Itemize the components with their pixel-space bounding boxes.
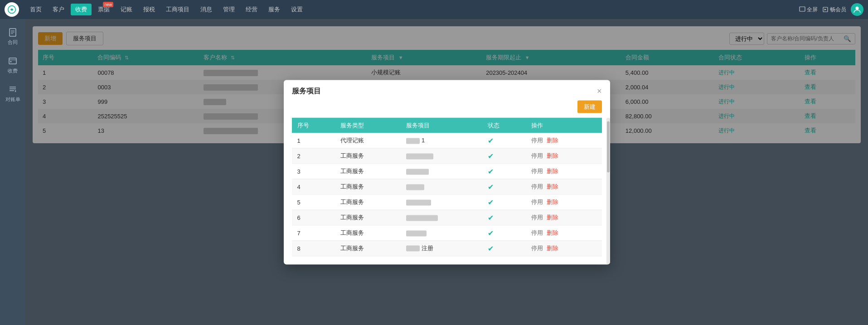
main-content: 新增 服务项目 进行中 已完成 已终止 🔍: [25, 19, 868, 325]
disable-button[interactable]: 停用: [531, 136, 543, 145]
modal-row-status: ✔: [482, 241, 526, 256]
main-layout: 合同 收费 对账单: [0, 19, 868, 325]
modal-row-actions: 停用 删除: [526, 225, 602, 241]
modal-row-item: [401, 179, 482, 194]
disable-button[interactable]: 停用: [531, 167, 543, 175]
modal-row-no: 7: [292, 225, 335, 241]
modal-row-status: ✔: [482, 179, 526, 194]
disable-button[interactable]: 停用: [531, 244, 543, 252]
svg-point-6: [10, 61, 12, 63]
nav-item-invoice[interactable]: 票据 new: [93, 4, 114, 15]
svg-point-3: [856, 7, 859, 10]
nav-item-business[interactable]: 工商项目: [161, 4, 194, 15]
fullscreen-button[interactable]: 全屏: [799, 6, 818, 14]
modal-row-status: ✔: [482, 133, 526, 148]
modal-row-no: 6: [292, 210, 335, 225]
new-badge: new: [103, 2, 113, 7]
nav-item-fee[interactable]: 收费: [71, 4, 92, 15]
sidebar: 合同 收费 对账单: [0, 19, 25, 325]
modal-row-item: 注册: [401, 241, 482, 256]
modal-table-row: 3 工商服务 ✔ 停用 删除: [292, 164, 602, 179]
modal-row-item: [401, 225, 482, 241]
disable-button[interactable]: 停用: [531, 183, 543, 191]
modal-table-row: 1 代理记账 1 ✔ 停用 删除: [292, 133, 602, 148]
delete-button[interactable]: 删除: [547, 152, 558, 160]
disable-button[interactable]: 停用: [531, 213, 543, 222]
nav-item-tax[interactable]: 报税: [139, 4, 160, 15]
modal-title: 服务项目: [292, 86, 321, 96]
modal-row-actions: 停用 删除: [526, 241, 602, 256]
modal-row-no: 1: [292, 133, 335, 148]
sidebar-item-contract[interactable]: 合同: [1, 24, 24, 49]
modal-col-action: 操作: [526, 117, 602, 133]
svg-rect-1: [800, 7, 805, 11]
modal-table-row: 7 工商服务 ✔ 停用 删除: [292, 225, 602, 241]
modal-row-item: [401, 210, 482, 225]
nav-item-ledger[interactable]: 记账: [116, 4, 137, 15]
modal-row-actions: 停用 删除: [526, 194, 602, 210]
user-avatar[interactable]: [851, 3, 863, 16]
nav-right: 全屏 畅会员: [799, 3, 863, 16]
modal-table-row: 2 工商服务 ✔ 停用 删除: [292, 148, 602, 164]
fee-icon: [8, 56, 18, 66]
nav-item-home[interactable]: 首页: [25, 4, 46, 15]
modal-row-status: ✔: [482, 210, 526, 225]
delete-button[interactable]: 删除: [547, 183, 558, 191]
scrollbar-track: [606, 117, 610, 264]
reconcile-icon: [8, 84, 18, 94]
modal-new-button[interactable]: 新建: [577, 100, 602, 113]
svg-rect-5: [9, 58, 16, 64]
delete-button[interactable]: 删除: [547, 244, 558, 252]
delete-button[interactable]: 删除: [547, 198, 558, 206]
app-logo: [5, 2, 19, 17]
modal-row-type: 工商服务: [335, 210, 401, 225]
modal-col-no: 序号: [292, 117, 335, 133]
modal-toolbar: 新建: [284, 100, 610, 117]
modal-col-type: 服务类型: [335, 117, 401, 133]
modal-row-no: 4: [292, 179, 335, 194]
delete-button[interactable]: 删除: [547, 136, 558, 145]
modal-row-type: 工商服务: [335, 148, 401, 164]
disable-button[interactable]: 停用: [531, 152, 543, 160]
modal-row-item: [401, 148, 482, 164]
sidebar-item-reconcile[interactable]: 对账单: [1, 81, 24, 107]
modal-row-actions: 停用 删除: [526, 210, 602, 225]
disable-button[interactable]: 停用: [531, 198, 543, 206]
modal-table-row: 5 工商服务 ✔ 停用 删除: [292, 194, 602, 210]
nav-item-manage[interactable]: 管理: [218, 4, 239, 15]
modal-col-item: 服务项目: [401, 117, 482, 133]
modal-row-no: 3: [292, 164, 335, 179]
modal-header: 服务项目 ×: [284, 80, 610, 100]
modal-body: 序号 服务类型 服务项目 状态 操作 1 代理记账 1 ✔: [284, 117, 610, 264]
modal-row-type: 代理记账: [335, 133, 401, 148]
top-navigation: 首页 客户 收费 票据 new 记账 报税 工商项目 消息 管理 经营 服务 设…: [0, 0, 868, 19]
nav-item-finance[interactable]: 经营: [241, 4, 262, 15]
sidebar-item-fee[interactable]: 收费: [1, 52, 24, 78]
contract-icon: [8, 27, 18, 37]
modal-table-row: 6 工商服务 ✔ 停用 删除: [292, 210, 602, 225]
disable-button[interactable]: 停用: [531, 229, 543, 237]
modal-close-button[interactable]: ×: [597, 87, 602, 95]
modal-row-no: 8: [292, 241, 335, 256]
modal-table-row: 8 工商服务 注册 ✔ 停用 删除: [292, 241, 602, 256]
modal-row-actions: 停用 删除: [526, 164, 602, 179]
nav-item-service[interactable]: 服务: [264, 4, 285, 15]
nav-item-settings[interactable]: 设置: [286, 4, 307, 15]
modal-col-status: 状态: [482, 117, 526, 133]
delete-button[interactable]: 删除: [547, 167, 558, 175]
modal-table: 序号 服务类型 服务项目 状态 操作 1 代理记账 1 ✔: [292, 117, 602, 256]
modal-row-type: 工商服务: [335, 225, 401, 241]
delete-button[interactable]: 删除: [547, 213, 558, 222]
modal-row-actions: 停用 删除: [526, 133, 602, 148]
member-button[interactable]: 畅会员: [822, 6, 846, 14]
modal-row-status: ✔: [482, 164, 526, 179]
modal-row-type: 工商服务: [335, 164, 401, 179]
scrollbar-thumb[interactable]: [607, 121, 610, 172]
modal-row-actions: 停用 删除: [526, 148, 602, 164]
nav-item-client[interactable]: 客户: [48, 4, 69, 15]
delete-button[interactable]: 删除: [547, 229, 558, 237]
nav-item-message[interactable]: 消息: [196, 4, 217, 15]
modal-row-no: 5: [292, 194, 335, 210]
modal-table-row: 4 工商服务 ✔ 停用 删除: [292, 179, 602, 194]
modal-row-actions: 停用 删除: [526, 179, 602, 194]
